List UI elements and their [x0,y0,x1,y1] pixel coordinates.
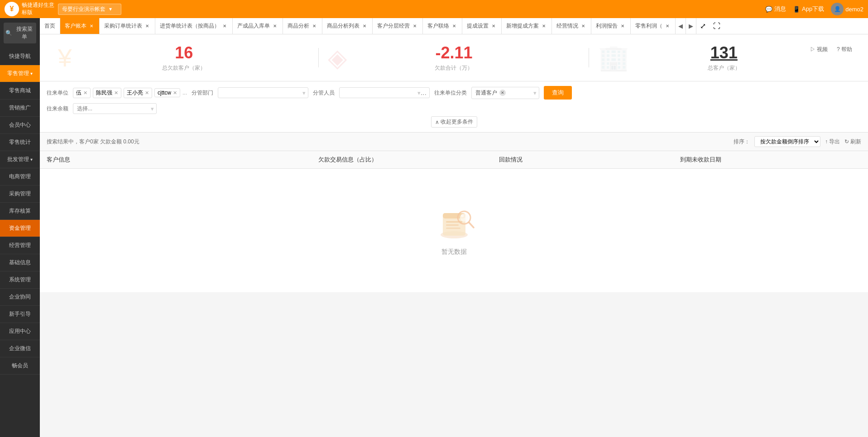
tab-purchase-order-stats[interactable]: 采购订单统计表 ✕ [100,18,155,34]
tab-close-retail-profit[interactable]: ✕ [664,23,671,29]
result-actions: 排序： 按欠款金额倒序排序 ↑ 导出 ↻ 刷新 [734,136,861,147]
search-menu-button[interactable]: 🔍 搜索菜单 [4,23,36,43]
stat1-bg-icon: ¥ [58,43,72,72]
sidebar-item-marketing[interactable]: 营销推广 [0,100,40,117]
tab-stock-stats[interactable]: 进货单统计表（按商品） ✕ [155,18,233,34]
sidebar-item-retail-mall[interactable]: 零售商城 [0,82,40,100]
balance-input[interactable] [73,103,157,114]
video-btn[interactable]: ▷ 视频 [810,46,828,53]
tab-close-profit-report[interactable]: ✕ [619,23,626,29]
tab-close-customer-balance[interactable]: ✕ [88,23,95,29]
sidebar-item-finance[interactable]: 资金管理 [0,220,40,237]
page-content: ¥ 16 总欠款客户（家） ◈ -2.11 [40,34,868,437]
unit-tag-cjttcw-close[interactable]: ✕ [173,90,177,96]
sidebar-item-quick-nav[interactable]: 快捷导航 [0,48,40,65]
tab-close-goods-analysis[interactable]: ✕ [311,23,317,29]
sidebar-item-ecommerce[interactable]: 电商管理 [0,168,40,185]
tab-customer-segment[interactable]: 客户分层经营 ✕ [373,18,423,34]
sidebar-item-system[interactable]: 系统管理 [0,271,40,289]
download-icon: 📱 [793,6,800,13]
tab-expand-btn[interactable]: ⤢ [696,18,710,34]
tab-home[interactable]: 首页 [40,18,60,34]
stat3-value: 131 [708,43,740,62]
sidebar-item-batch-mgmt[interactable]: 批发管理 ▾ [0,151,40,168]
empty-svg [432,204,477,242]
stat3-label: 总客户（家） [708,64,740,72]
unit-filter-label: 往来单位 [47,89,68,97]
unit-tag-wu-close[interactable]: ✕ [83,90,87,96]
logo-text: 畅捷通好生意 标版 [22,2,54,16]
unit-tags-more[interactable]: ... [182,90,187,96]
tab-close-purchase-order-stats[interactable]: ✕ [144,23,150,29]
unit-type-select[interactable]: 普通客户 ✕ [471,87,539,99]
sidebar-item-wechat[interactable]: 企业微信 [0,340,40,357]
unit-type-label: 往来单位分类 [434,89,467,97]
tab-close-new-plan[interactable]: ✕ [541,23,547,29]
sidebar-item-retail-stats[interactable]: 零售统计 [0,134,40,151]
tab-prev-btn[interactable]: ◀ [676,18,686,34]
tab-profit-report[interactable]: 利润报告 ✕ [591,18,631,34]
stat2-bg-icon: ◈ [328,43,347,72]
tab-customer-balance[interactable]: 客户账本 ✕ [60,18,100,34]
result-summary: 搜索结果中，客户0家 欠款金额 0.00元 [47,138,139,146]
result-bar: 搜索结果中，客户0家 欠款金额 0.00元 排序： 按欠款金额倒序排序 ↑ 导出… [40,133,868,151]
messages-btn[interactable]: 💬 消息 [765,5,786,13]
tab-retail-profit[interactable]: 零售利润（ ✕ [631,18,676,34]
user-avatar[interactable]: 👤 demo2 [831,3,863,15]
dept-input[interactable] [218,87,308,98]
sort-select[interactable]: 按欠款金额倒序排序 [754,136,820,147]
tab-goods-analysis-list[interactable]: 商品分析列表 ✕ [322,18,373,34]
app-download-btn[interactable]: 📱 App下载 [793,5,824,13]
empty-img [432,205,477,241]
tab-cost-in[interactable]: 产成品入库单 ✕ [233,18,283,34]
logo-icon: ¥ [5,2,19,16]
dept-filter-label: 分管部门 [192,89,213,97]
person-filter-more-btn[interactable]: ... [419,89,428,97]
tab-remind-settings[interactable]: 提成设置 ✕ [462,18,502,34]
tab-close-stock-stats[interactable]: ✕ [221,23,228,29]
tab-close-remind-settings[interactable]: ✕ [490,23,497,29]
tab-goods-analysis[interactable]: 商品分析 ✕ [283,18,322,34]
help-icon: ? [837,46,840,52]
collapse-btn[interactable]: ∧ 收起更多条件 [431,116,477,128]
top-bar: ¥ 畅捷通好生意 标版 母婴行业演示帐套 ▾ 💬 消息 📱 App下载 👤 [0,0,868,18]
sidebar-item-member[interactable]: 会员中心 [0,117,40,134]
tab-close-customer-contact[interactable]: ✕ [451,23,457,29]
tab-close-operations-status[interactable]: ✕ [580,23,586,29]
dept-filter-wrapper: ▾ [218,87,308,98]
tab-new-plan[interactable]: 新增提成方案 ✕ [502,18,552,34]
tab-operations-status[interactable]: 经营情况 ✕ [552,18,591,34]
sidebar-item-operations[interactable]: 经营管理 [0,237,40,254]
tab-fullscreen-btn[interactable]: ⛶ [710,18,724,34]
export-btn[interactable]: ↑ 导出 [825,138,840,146]
unit-tag-chen-close[interactable]: ✕ [114,90,118,96]
stat1-label: 总欠款客户（家） [162,64,206,72]
stat3-bg-icon: 🏢 [598,43,629,72]
tab-customer-contact[interactable]: 客户联络 ✕ [423,18,462,34]
sidebar-item-enterprise[interactable]: 企业协同 [0,289,40,306]
sidebar-item-inventory[interactable]: 库存核算 [0,203,40,220]
tab-close-cost-in[interactable]: ✕ [272,23,278,29]
query-button[interactable]: 查询 [544,86,572,100]
unit-tag-wang-close[interactable]: ✕ [145,90,149,96]
tab-close-customer-segment[interactable]: ✕ [412,23,418,29]
tab-close-goods-analysis-list[interactable]: ✕ [361,23,368,29]
help-btn[interactable]: ? 帮助 [837,46,852,53]
person-input[interactable] [339,87,430,98]
sidebar-item-purchase[interactable]: 采购管理 [0,185,40,203]
sidebar-item-app-center[interactable]: 应用中心 [0,323,40,340]
sidebar-item-new-guide[interactable]: 新手引导 [0,306,40,323]
stat-help-area: ▷ 视频 ? 帮助 [810,46,852,53]
stat2-label: 欠款合计（万） [435,64,473,72]
tab-next-btn[interactable]: ▶ [686,18,696,34]
unit-tag-wang: 王小亮 ✕ [124,88,152,98]
sidebar-item-retail-mgmt[interactable]: 零售管理 ▾ [0,65,40,82]
content-area: 首页 客户账本 ✕ 采购订单统计表 ✕ 进货单统计表（按商品） ✕ 产成品入库单… [40,18,868,437]
sidebar-item-vip[interactable]: 畅会员 [0,357,40,375]
main-layout: 🔍 搜索菜单 快捷导航 零售管理 ▾ 零售商城 营销推广 会员中心 零售统计 [0,18,868,437]
account-dropdown[interactable]: 母婴行业演示帐套 ▾ [58,4,121,15]
sidebar-item-basic-info[interactable]: 基础信息 [0,254,40,271]
tab-bar: 首页 客户账本 ✕ 采购订单统计表 ✕ 进货单统计表（按商品） ✕ 产成品入库单… [40,18,868,34]
unit-type-tag-close[interactable]: ✕ [499,90,506,96]
refresh-btn[interactable]: ↻ 刷新 [844,138,861,146]
